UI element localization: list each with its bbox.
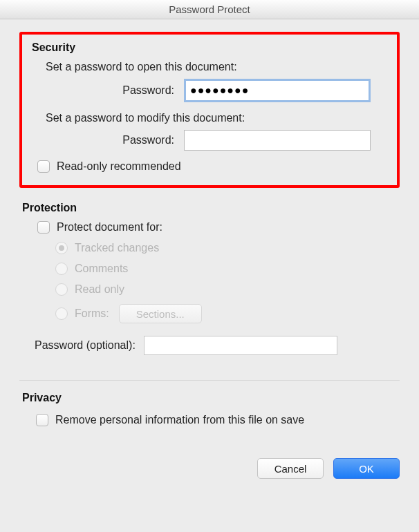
protection-section: Protection Protect document for: Tracked…	[19, 202, 400, 374]
tracked-changes-label: Tracked changes	[75, 242, 159, 254]
open-password-row: Password:	[46, 79, 387, 102]
comments-radio	[55, 263, 68, 275]
readonly-radio	[55, 283, 68, 296]
tracked-changes-radio	[55, 242, 68, 254]
modify-password-input[interactable]	[184, 130, 371, 151]
password-protect-dialog: Password Protect Security Set a password…	[0, 0, 419, 532]
protection-heading: Protection	[22, 202, 397, 214]
protect-document-checkbox[interactable]	[37, 221, 50, 234]
option-forms-row: Forms: Sections...	[55, 304, 397, 323]
optional-password-input[interactable]	[144, 336, 337, 355]
option-comments-row: Comments	[55, 263, 397, 275]
open-password-prompt: Set a password to open this document:	[46, 61, 387, 73]
security-section-highlight: Security Set a password to open this doc…	[19, 32, 400, 188]
optional-password-label: Password (optional):	[35, 339, 144, 352]
forms-label: Forms:	[75, 307, 109, 320]
modify-password-row: Password:	[46, 130, 387, 151]
privacy-heading: Privacy	[22, 392, 397, 404]
security-heading: Security	[32, 41, 387, 54]
open-password-label: Password:	[46, 84, 184, 97]
readonly-recommended-label: Read-only recommended	[57, 160, 181, 173]
comments-label: Comments	[75, 263, 128, 275]
readonly-recommended-row: Read-only recommended	[32, 160, 387, 173]
readonly-label: Read only	[75, 283, 124, 296]
open-password-input[interactable]	[184, 79, 371, 102]
dialog-content: Security Set a password to open this doc…	[0, 19, 419, 443]
option-tracked-row: Tracked changes	[55, 242, 397, 254]
ok-button[interactable]: OK	[333, 458, 400, 479]
cancel-button[interactable]: Cancel	[257, 458, 324, 479]
protect-for-row: Protect document for:	[32, 221, 397, 234]
remove-info-row: Remove personal information from this fi…	[36, 414, 397, 426]
privacy-section: Privacy Remove personal information from…	[19, 392, 400, 426]
remove-info-checkbox[interactable]	[36, 414, 48, 426]
option-readonly-row: Read only	[55, 283, 397, 296]
remove-info-label: Remove personal information from this fi…	[55, 414, 304, 426]
divider	[19, 380, 400, 381]
optional-password-row: Password (optional):	[35, 336, 397, 355]
protect-document-label: Protect document for:	[57, 221, 162, 234]
dialog-footer: Cancel OK	[0, 443, 419, 479]
protect-options-group: Tracked changes Comments Read only Forms…	[55, 242, 397, 323]
dialog-title: Password Protect	[0, 0, 419, 19]
modify-password-label: Password:	[46, 134, 184, 146]
sections-button: Sections...	[119, 304, 202, 323]
modify-password-prompt: Set a password to modify this document:	[46, 112, 387, 124]
readonly-recommended-checkbox[interactable]	[37, 160, 50, 173]
forms-radio	[55, 307, 68, 320]
